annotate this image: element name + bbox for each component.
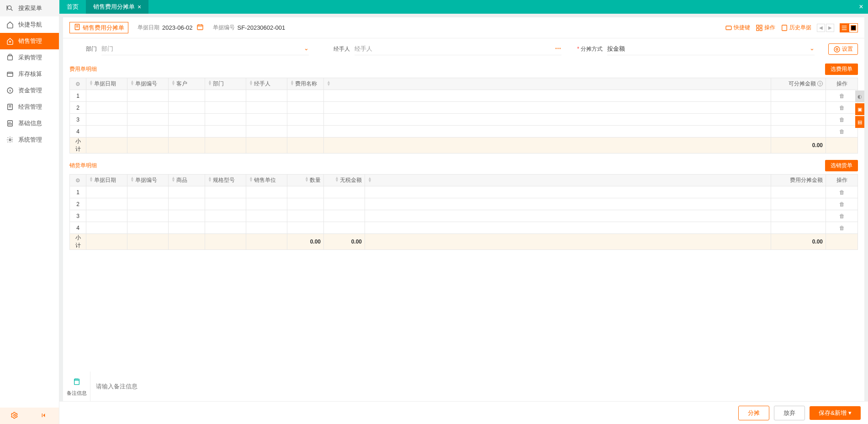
settings-button[interactable]: 设置	[828, 43, 858, 55]
date-value[interactable]: 2023-06-02	[162, 24, 193, 31]
sales-section: 销货单明细 选销货单 ⚙ ▲▼单据日期 ▲▼单据编号 ▲▼商品 ▲▼规格型号 ▲…	[63, 160, 864, 256]
tabs-bar: 首页 销售费用分摊单 × ×	[59, 0, 868, 14]
remarks-section: 备注信息	[63, 371, 864, 401]
view-list[interactable]	[840, 23, 849, 32]
svg-point-17	[14, 414, 16, 416]
history-link[interactable]: 历史单据	[781, 24, 811, 32]
inventory-icon	[5, 69, 15, 79]
handler-select[interactable]: 经手人⋯	[355, 43, 562, 55]
dept-select[interactable]: 部门⌄	[101, 43, 309, 55]
main: 首页 销售费用分摊单 × × 销售费用分摊单 单据日期 2023-06-02 单…	[59, 0, 868, 424]
select-sales-button[interactable]: 选销货单	[825, 160, 858, 171]
nav-next[interactable]: ▶	[826, 24, 834, 32]
content: 销售费用分摊单 单据日期 2023-06-02 单据编号 SF-20230602…	[63, 17, 864, 371]
table-row: 2🗑	[70, 198, 858, 210]
page-header: 销售费用分摊单 单据日期 2023-06-02 单据编号 SF-20230602…	[63, 17, 864, 38]
operate-link[interactable]: 操作	[756, 24, 775, 32]
sidebar-item-label: 基础信息	[18, 119, 42, 127]
sidebar-item-inventory[interactable]: 库存核算	[0, 66, 59, 82]
side-tabs: ◐ ▣ ▤	[855, 90, 864, 129]
svg-line-1	[11, 9, 12, 11]
svg-rect-18	[42, 413, 42, 417]
svg-rect-29	[757, 28, 759, 31]
svg-text:¥: ¥	[9, 89, 11, 92]
calendar-icon[interactable]	[196, 23, 204, 32]
form-row: 部门 部门⌄ 经手人 经手人⋯ 分摊方式 按金额⌄ 设置	[63, 38, 864, 64]
sidebar-item-system[interactable]: 系统管理	[0, 132, 59, 148]
svg-rect-22	[197, 25, 203, 30]
sidebar-item-quicknav[interactable]: 快捷导航	[0, 16, 59, 33]
handler-label: 经手人	[323, 45, 350, 53]
save-new-button[interactable]: 保存&新增 ▾	[810, 406, 861, 420]
chevron-down-icon: ▾	[848, 409, 852, 416]
allocate-button[interactable]: 分摊	[738, 406, 769, 420]
document-icon	[74, 23, 81, 32]
svg-point-3	[10, 41, 11, 42]
side-tab-1[interactable]: ◐	[855, 90, 864, 102]
table-row: 4🗑	[70, 222, 858, 234]
sidebar-item-business[interactable]: 经营管理	[0, 99, 59, 115]
method-select[interactable]: 按金额⌄	[607, 43, 815, 55]
sidebar-item-label: 库存核算	[18, 70, 42, 78]
subtotal-row: 小计0.000.000.00	[70, 234, 858, 250]
collapse-icon[interactable]	[41, 412, 48, 420]
expense-section: 费用单明细 选费用单 ⚙ ▲▼单据日期 ▲▼单据编号 ▲▼客户 ▲▼部门 ▲▼经…	[63, 64, 864, 160]
note-icon	[73, 376, 80, 388]
svg-point-0	[8, 6, 11, 10]
chevron-down-icon: ⌄	[810, 45, 815, 53]
delete-icon[interactable]: 🗑	[839, 225, 845, 231]
svg-point-36	[836, 48, 838, 50]
method-label: 分摊方式	[575, 45, 603, 53]
sales-table: ⚙ ▲▼单据日期 ▲▼单据编号 ▲▼商品 ▲▼规格型号 ▲▼销售单位 ▲▼数量 …	[69, 174, 858, 250]
table-row: 1🗑	[70, 186, 858, 198]
search-icon	[5, 4, 15, 13]
delete-icon[interactable]: 🗑	[839, 105, 845, 111]
gear-icon[interactable]	[11, 412, 18, 420]
discard-button[interactable]: 放弃	[774, 406, 805, 420]
side-tab-2[interactable]: ▣	[855, 103, 864, 115]
table-row: 3🗑	[70, 210, 858, 222]
delete-icon[interactable]: 🗑	[839, 117, 845, 123]
svg-point-16	[9, 139, 11, 141]
svg-rect-35	[851, 25, 856, 30]
page-title: 销售费用分摊单	[69, 22, 128, 33]
delete-icon[interactable]: 🗑	[839, 201, 845, 207]
sales-title: 销货单明细	[69, 162, 97, 170]
delete-icon[interactable]: 🗑	[839, 213, 845, 219]
remarks-input[interactable]	[90, 371, 864, 401]
sidebar-search[interactable]: 搜索菜单	[0, 0, 59, 16]
view-detail[interactable]	[849, 23, 858, 32]
sidebar-item-label: 经营管理	[18, 103, 42, 111]
tab-close-icon[interactable]: ×	[138, 3, 141, 11]
table-row: 3🗑	[70, 114, 858, 126]
nav-prev[interactable]: ◀	[817, 24, 825, 32]
ellipsis-icon: ⋯	[555, 45, 561, 53]
sidebar-item-label: 销售管理	[18, 37, 42, 45]
sidebar-item-sales[interactable]: 销售管理	[0, 33, 59, 49]
help-icon[interactable]: ?	[817, 81, 823, 86]
gear-col[interactable]: ⚙	[70, 78, 86, 90]
sidebar-item-basic[interactable]: 基础信息	[0, 115, 59, 132]
select-expense-button[interactable]: 选费用单	[825, 64, 858, 75]
svg-rect-5	[7, 72, 13, 76]
table-row: 4🗑	[70, 126, 858, 138]
shortcut-link[interactable]: 快捷键	[725, 24, 750, 32]
svg-rect-38	[74, 379, 79, 385]
sidebar-item-purchase[interactable]: 采购管理	[0, 49, 59, 66]
cart-icon	[5, 53, 15, 62]
side-tab-3[interactable]: ▤	[855, 116, 864, 128]
tab-current[interactable]: 销售费用分摊单 ×	[86, 0, 148, 14]
footer: 分摊 放弃 保存&新增 ▾	[59, 401, 868, 424]
number-label: 单据编号	[213, 24, 235, 32]
delete-icon[interactable]: 🗑	[839, 189, 845, 196]
sidebar-item-label: 资金管理	[18, 86, 42, 95]
sidebar-item-funds[interactable]: ¥ 资金管理	[0, 82, 59, 99]
tab-home[interactable]: 首页	[59, 0, 86, 14]
chevron-down-icon: ⌄	[304, 45, 309, 53]
svg-rect-31	[782, 25, 787, 31]
gear-col[interactable]: ⚙	[70, 175, 86, 186]
delete-icon[interactable]: 🗑	[839, 93, 845, 99]
tabs-close-all[interactable]: ×	[854, 0, 868, 14]
sidebar-item-label: 系统管理	[18, 136, 42, 144]
delete-icon[interactable]: 🗑	[839, 128, 845, 135]
